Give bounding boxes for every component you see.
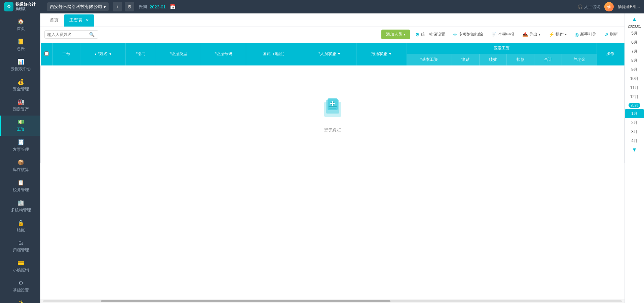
add-person-label: 添加人员	[386, 32, 402, 37]
month-item-10[interactable]: 10月	[625, 74, 644, 83]
operations-label: 操作	[556, 32, 564, 37]
select-all-checkbox[interactable]	[44, 51, 49, 56]
social-settings-btn[interactable]: ⚙ 统一社保设置	[413, 30, 448, 39]
month-item-2[interactable]: 2月	[625, 118, 644, 127]
header-allowance: 津贴	[452, 54, 479, 66]
month-item-8[interactable]: 8月	[625, 56, 644, 65]
export-chevron-icon: ▾	[539, 33, 540, 36]
ledger-icon: 📒	[17, 38, 24, 45]
month-item-11[interactable]: 11月	[625, 83, 644, 92]
sidebar-item-tax[interactable]: 📋 税务管理	[0, 176, 40, 196]
sidebar-item-ledger[interactable]: 📒 总账	[0, 35, 40, 55]
header-right: 🎧 人工咨询 畅 畅捷通B组...	[578, 2, 640, 11]
operations-chevron-icon: ▾	[565, 33, 567, 36]
sidebar-item-assets[interactable]: 🏭 固定资产	[0, 95, 40, 116]
scrollbar-thumb	[101, 300, 390, 302]
guide-icon: ✨	[17, 300, 24, 303]
tab-close-icon[interactable]: ✕	[86, 18, 89, 22]
operations-btn[interactable]: ⚡ 操作 ▾	[546, 30, 569, 39]
table-scrollbar[interactable]	[40, 299, 624, 303]
sidebar-label-payroll: 工资	[17, 127, 25, 132]
report-status-filter-icon[interactable]: ▼	[388, 52, 392, 56]
tab-home[interactable]: 首页	[44, 14, 64, 27]
sidebar-label-tax: 税务管理	[13, 187, 29, 193]
period-display: 2023.01	[627, 24, 642, 29]
sidebar-item-home[interactable]: 🏠 首页	[0, 15, 40, 35]
personal-tax-btn[interactable]: 📄 个税申报	[488, 30, 517, 39]
add-person-button[interactable]: 添加人员 ▾	[381, 30, 410, 39]
tab-payroll-table[interactable]: 工资表 ✕	[64, 14, 94, 27]
month-item-12[interactable]: 12月	[625, 92, 644, 101]
tab-bar: 首页 工资表 ✕	[40, 13, 624, 27]
month-item-5[interactable]: 5月	[625, 29, 644, 38]
sidebar-label-inventory: 库存核算	[13, 167, 29, 173]
logo-area: 会 畅通好会计 旗舰版	[4, 2, 44, 11]
search-box[interactable]: 🔍	[44, 30, 98, 39]
toolbar: 🔍 添加人员 ▾ ⚙ 统一社保设置 ✏ 专项附加扣除 📄 个税申报 📤 导出	[40, 27, 624, 42]
export-icon: 📤	[522, 32, 528, 37]
new-guide-btn[interactable]: ◎ 新手引导	[572, 30, 599, 39]
invoice-icon: 🧾	[17, 139, 24, 145]
add-icon-btn[interactable]: +	[113, 2, 122, 11]
tax-icon: 📋	[17, 179, 24, 186]
sidebar-item-funds[interactable]: 💰 资金管理	[0, 75, 40, 95]
tab-home-label: 首页	[50, 17, 59, 23]
new-guide-icon: ◎	[575, 32, 579, 37]
sidebar-item-inventory[interactable]: 📦 库存核算	[0, 156, 40, 176]
archive-icon: 🗂	[18, 240, 24, 246]
main-layout: 🏠 首页 📒 总账 📊 云报表中心 💰 资金管理 🏭 固定资产 💵 工资 🧾 发…	[0, 13, 644, 303]
settings-icon: ⚙	[18, 280, 23, 286]
header-operations: 操作	[597, 43, 624, 66]
inventory-icon: 📦	[17, 159, 24, 166]
header-emp-no: 工号	[53, 43, 80, 66]
social-settings-icon: ⚙	[415, 32, 420, 37]
sidebar-item-archive[interactable]: 🗂 归档管理	[0, 236, 40, 256]
header-id-type: *证据类型	[156, 43, 201, 66]
header-pension: 养老金	[562, 54, 597, 66]
special-deduction-btn[interactable]: ✏ 专项附加扣除	[451, 30, 486, 39]
month-item-9[interactable]: 9月	[625, 65, 644, 74]
header-dept: *部门	[125, 43, 156, 66]
month-item-7[interactable]: 7月	[625, 47, 644, 56]
special-deduction-label: 专项附加扣除	[459, 32, 483, 37]
header-checkbox-cell	[41, 43, 53, 66]
sidebar-item-expense[interactable]: 💳 小畅报销	[0, 256, 40, 276]
tab-payroll-label: 工资表	[69, 17, 82, 23]
calendar-icon[interactable]: 📅	[170, 4, 176, 9]
customer-service-btn[interactable]: 🎧 人工咨询	[578, 4, 600, 10]
refresh-btn[interactable]: ↺ 刷新	[602, 30, 620, 39]
person-status-filter-icon[interactable]: ▼	[337, 52, 341, 56]
sidebar-item-closing[interactable]: 🔒 结账	[0, 216, 40, 236]
search-input[interactable]	[47, 32, 88, 37]
sidebar-item-invoice[interactable]: 🧾 发票管理	[0, 136, 40, 156]
header-base-salary: *基本工资	[407, 54, 452, 66]
assets-icon: 🏭	[17, 99, 24, 105]
content-area: 首页 工资表 ✕ 🔍 添加人员 ▾ ⚙ 统一社保设置 ✏ 专	[40, 13, 624, 303]
settings-icon-btn[interactable]: ⚙	[125, 2, 134, 11]
month-item-3[interactable]: 3月	[625, 127, 644, 136]
refresh-label: 刷新	[610, 32, 618, 37]
sidebar-item-reports[interactable]: 📊 云报表中心	[0, 55, 40, 75]
sidebar-item-payroll[interactable]: 💵 工资	[0, 116, 40, 136]
month-item-1[interactable]: 1月	[625, 109, 644, 118]
month-item-4[interactable]: 4月	[625, 136, 644, 145]
special-deduction-icon: ✏	[453, 32, 457, 37]
year-up-arrow[interactable]: ▲	[631, 15, 639, 24]
sidebar-item-multi-org[interactable]: 🏢 多机构管理	[0, 196, 40, 216]
svg-rect-6	[329, 106, 337, 107]
table-container: 工号 ▲ *姓名 ▼ *部门 *证据类型 *证据号码 国籍（地区） *人员状态 …	[40, 42, 624, 299]
top-header: 会 畅通好会计 旗舰版 西安虾米网络科技有限公司 ▾ + ⚙ 账期 2023-0…	[0, 0, 644, 13]
search-icon: 🔍	[89, 32, 94, 37]
sidebar-item-settings[interactable]: ⚙ 基础设置	[0, 276, 40, 297]
headset-icon: 🎧	[578, 4, 583, 9]
app-logo: 会	[4, 2, 13, 11]
month-item-6[interactable]: 6月	[625, 38, 644, 47]
header-name: ▲ *姓名 ▼	[80, 43, 125, 66]
company-selector[interactable]: 西安虾米网络科技有限公司 ▾	[47, 2, 109, 11]
export-btn[interactable]: 📤 导出 ▾	[520, 30, 543, 39]
scrollbar-track	[43, 300, 622, 302]
header-icons: + ⚙	[113, 2, 134, 11]
year-down-arrow[interactable]: ▼	[631, 145, 639, 154]
sidebar-item-guide[interactable]: ✨ 新手引导	[0, 297, 40, 303]
avatar[interactable]: 畅	[604, 2, 614, 11]
